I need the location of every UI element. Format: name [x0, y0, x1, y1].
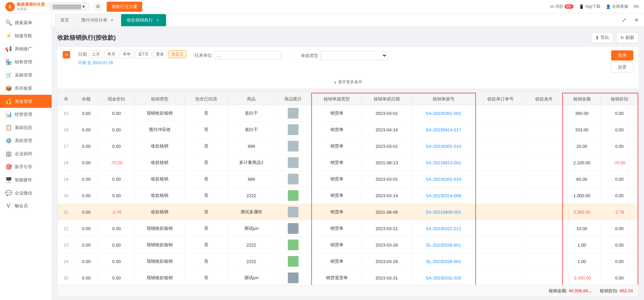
filter-settings-button[interactable]: 设置: [611, 62, 633, 73]
sidebar-item-vip[interactable]: V 畅会员: [0, 200, 52, 212]
offset-doc-no-link[interactable]: SL-20230328-002: [426, 259, 461, 264]
sidebar-item-purchase[interactable]: 🛒 采购管理: [0, 69, 52, 82]
online-service-label: 在线客服: [612, 4, 628, 9]
content-area: 首页 预付冲应付单 ✕ 收款核销执行 ✕ ⤢ ✕ 收款核销执行(按收款): [52, 13, 644, 300]
data-table: ⚙ 余额 现金折扣 核销类型 包含已结清 商品 商品图片 核销单据类型 核销单据…: [58, 93, 638, 285]
offset-doc-no-link[interactable]: SA-20230414-017: [426, 127, 461, 132]
tab-home[interactable]: 首页: [55, 14, 75, 26]
sidebar-label-quicknav: 快捷导航: [15, 33, 32, 39]
sidebar-item-sales[interactable]: 🏪 销售管理: [0, 55, 52, 69]
cell-offset-amount: 20.00: [562, 138, 601, 155]
cell-offset-type: 收款核销: [135, 187, 184, 204]
company-select[interactable]: ██████████ ▾: [49, 2, 89, 11]
trial-button[interactable]: 体验行业方案: [107, 2, 142, 12]
sidebar-item-finance[interactable]: 💰 资金管理: [0, 95, 52, 108]
cell-offset-type: 现销收款核销: [135, 253, 184, 270]
tab-receipt-offset[interactable]: 收款核销执行 ✕: [121, 14, 166, 26]
sidebar-item-search[interactable]: 🔍 搜索菜单: [0, 16, 52, 29]
cell-row-id: 22: [58, 220, 74, 237]
offset-doc-no-link[interactable]: SA-20230314-008: [426, 193, 461, 198]
cell-offset-amount: 2,100.00: [562, 155, 601, 171]
sidebar-item-wechat[interactable]: 💬 企业微信: [0, 186, 52, 200]
sidebar-label-basicinfo: 基础信息: [15, 125, 32, 131]
cell-cash-discount: -70.00: [98, 155, 135, 171]
settings-button[interactable]: ⚙: [93, 2, 103, 11]
online-service-item[interactable]: 👤 在线客服: [606, 4, 628, 9]
sidebar-item-system[interactable]: ⚙️ 系统管理: [0, 134, 52, 147]
sidebar-item-enterprise[interactable]: 🏢 企业协同: [0, 147, 52, 160]
sidebar-item-smarthw[interactable]: 🖥️ 智能硬件: [0, 173, 52, 186]
expand-conditions-btn[interactable]: ∨ 展开更多条件: [334, 79, 362, 85]
filter-date-range: 不限 至 2023-07-26: [78, 60, 186, 66]
cell-receipt-order-no: [476, 237, 526, 253]
cell-row-id: 20: [58, 187, 74, 204]
filter-bar: » 日期 上月 本月 本年 近7天 更多 自定义: [57, 47, 639, 88]
top-bar-left: 6 畅捷通谱好生意 标准版 ██████████ ▾ ⚙ 体验行业方案: [5, 2, 142, 12]
sidebar-item-quicknav[interactable]: ⚡ 快捷导航: [0, 29, 52, 42]
cell-cash-discount: 0.00: [98, 270, 135, 285]
sidebar-item-inventory[interactable]: 📦 库存核算: [0, 82, 52, 95]
app-download-item[interactable]: 📱 App下载: [579, 4, 600, 9]
cell-balance: 0.00: [74, 187, 98, 204]
sidebar-item-basicinfo[interactable]: 📋 基础信息: [0, 121, 52, 134]
cell-offset-doc-no: SA-20230301-010: [412, 138, 476, 155]
cell-offset-doc-date: 2023-03-01: [362, 138, 412, 155]
cell-offset-doc-date: 2023-03-31: [362, 270, 412, 285]
table-wrapper[interactable]: ⚙ 余额 现金折扣 核销类型 包含已结清 商品 商品图片 核销单据类型 核销单据…: [58, 93, 638, 285]
cell-offset-doc-no: SA-20230321-012: [412, 220, 476, 237]
offset-doc-no-link[interactable]: SA-20230331-026: [426, 275, 461, 281]
offset-doc-no-link[interactable]: SA-20210813-001: [426, 160, 461, 165]
export-button[interactable]: ⬆ 导出: [591, 32, 613, 43]
tab-prepay-offset[interactable]: 预付冲应付单 ✕: [75, 14, 120, 26]
filter-custom-date[interactable]: 自定义: [168, 50, 186, 58]
messages-item[interactable]: ✉ 消息 99+: [550, 4, 574, 9]
offset-doc-no-link[interactable]: SA-20230321-012: [426, 226, 461, 231]
offset-doc-no-link[interactable]: SA-20230301-001: [426, 111, 461, 116]
cell-row-id: 18: [58, 155, 74, 171]
cell-offset-doc-type: 销货单: [312, 220, 362, 237]
cell-receipt-order-no: [476, 105, 526, 122]
offset-doc-no-link[interactable]: SA-20230301-010: [426, 144, 461, 149]
offset-doc-no-link[interactable]: SA-20210808-001: [426, 210, 461, 215]
offset-doc-no-link[interactable]: SL-20230328-001: [426, 243, 461, 248]
filter-this-year[interactable]: 本年: [120, 50, 134, 58]
col-header-gear[interactable]: ⚙: [58, 93, 74, 105]
filter-toggle-btn[interactable]: »: [63, 51, 70, 58]
cell-offset-type: 现销收款核销: [135, 220, 184, 237]
filter-source-input[interactable]: [214, 51, 281, 59]
filter-7days[interactable]: 近7天: [135, 50, 152, 58]
filter-date-buttons: 上月 本月 本年 近7天 更多 自定义: [89, 50, 186, 58]
cell-offset-doc-date: 2023-04-14: [362, 122, 412, 138]
cell-offset-doc-date: 2021-08-13: [362, 155, 412, 171]
cell-offset-doc-no: SA-20230414-017: [412, 122, 476, 138]
tab-receipt-close[interactable]: ✕: [155, 17, 160, 23]
offset-doc-no-link[interactable]: SA-20230301-010: [426, 177, 461, 182]
col-header-offset-doc-type: 核销单据类型: [312, 93, 362, 105]
sidebar-item-newbie[interactable]: 🎯 新手引导: [0, 160, 52, 173]
refresh-button[interactable]: ↻ 刷新: [616, 32, 639, 43]
tab-prepay-close[interactable]: ✕: [109, 17, 115, 23]
table-row: 21 0.00 -2.76 收款核销 否 测试多属性 销货单 2021-08-0…: [58, 204, 638, 220]
system-icon: ⚙️: [5, 137, 11, 144]
sidebar-item-operation[interactable]: 📊 经营管理: [0, 108, 52, 121]
user-info[interactable]: Rit: [634, 4, 639, 9]
tab-maximize-btn[interactable]: ⤢: [619, 15, 629, 25]
cell-offset-discount: 0.00: [601, 253, 638, 270]
filter-last-month[interactable]: 上月: [89, 50, 103, 58]
cell-cash-discount: -2.76: [98, 204, 135, 220]
col-header-include-closed: 包含已结清: [184, 93, 228, 105]
cell-offset-type: 现销收款核销: [135, 105, 184, 122]
filter-this-month[interactable]: 本月: [104, 50, 118, 58]
cell-receipt-condition: [526, 204, 562, 220]
query-button[interactable]: 查询: [611, 50, 633, 60]
filter-more-dates[interactable]: 更多: [153, 50, 167, 58]
company-name-display: ██████████: [53, 4, 81, 9]
expand-btn-label: 展开更多条件: [338, 79, 362, 85]
top-bar: 6 畅捷通谱好生意 标准版 ██████████ ▾ ⚙ 体验行业方案 ✉ 消息…: [0, 0, 644, 13]
tab-close-all-btn[interactable]: ✕: [632, 15, 641, 25]
sidebar-item-marketing[interactable]: 📢 营销推广: [0, 42, 52, 55]
col-header-balance: 余额: [74, 93, 98, 105]
cell-offset-doc-no: SA-20230331-026: [412, 270, 476, 285]
cell-offset-doc-type: 销货单: [312, 105, 362, 122]
filter-doctype-select[interactable]: [320, 51, 387, 60]
